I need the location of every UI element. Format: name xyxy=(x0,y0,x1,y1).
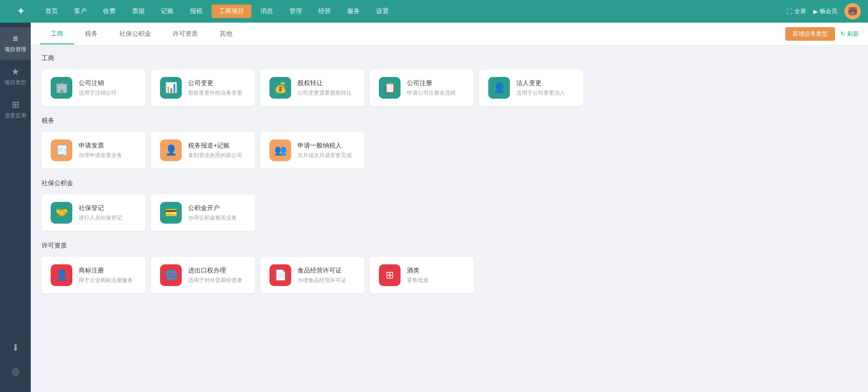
card-title-social-insurance: 社保登记 xyxy=(79,204,137,212)
sidebar-item-location[interactable]: ◎ xyxy=(0,359,31,383)
card-title-company-change: 公司变更 xyxy=(188,79,246,87)
card-icon-import-export: 🌐 xyxy=(160,264,182,286)
card-desc-company-cancel: 适用于注销公司 xyxy=(79,89,137,97)
tabs: 工商 税务 社保公积金 许可资质 其他 xyxy=(40,24,785,44)
sidebar-item-progress[interactable]: ⊞ 进度监测 xyxy=(0,93,31,126)
nav-service[interactable]: 服务 xyxy=(340,5,367,18)
nav-operation[interactable]: 经营 xyxy=(311,5,338,18)
card-general-taxpayer[interactable]: 👥 申请一般纳税人 当月或次月成变更完成 xyxy=(260,132,364,168)
sidebar-item-download[interactable]: ⬇ xyxy=(0,336,31,359)
card-company-change[interactable]: 📊 公司变更 股权变更外的业务变更 xyxy=(151,70,255,106)
card-title-trademark: 商标注册 xyxy=(79,267,137,275)
card-icon-company-register: 📋 xyxy=(379,77,401,99)
top-navigation: ✦ 首页 客户 收费 票据 记账 报税 工商项目 消息 管理 经营 服务 设置 … xyxy=(0,0,868,23)
card-company-register[interactable]: 📋 公司注册 申请公司注册全流程 xyxy=(370,70,474,106)
card-icon-legal-change: 👤 xyxy=(488,77,510,99)
card-company-cancel[interactable]: 🏢 公司注销 适用于注销公司 xyxy=(42,70,146,106)
add-type-button[interactable]: 新增业务类型 xyxy=(785,27,835,41)
card-desc-alcohol: 零售批发 xyxy=(407,277,465,284)
nav-settings[interactable]: 设置 xyxy=(369,5,396,18)
card-alcohol[interactable]: ⊞ 酒类 零售批发 xyxy=(370,257,474,293)
sidebar-bottom: ⬇ ◎ xyxy=(0,336,31,392)
card-equity-transfer[interactable]: 💰 股权转让 公司变更需要股权转让 xyxy=(260,70,364,106)
tab-license[interactable]: 许可资质 xyxy=(162,24,209,44)
section-title-tax: 税务 xyxy=(42,117,857,125)
card-desc-company-change: 股权变更外的业务变更 xyxy=(188,89,246,97)
page-content: 工商 🏢 公司注销 适用于注销公司 📊 公司变更 股权变更外的业务变更 xyxy=(31,45,868,392)
nav-ticket[interactable]: 票据 xyxy=(125,5,152,18)
card-desc-food-license: 办理食品经营许可证 xyxy=(297,277,355,284)
card-icon-social-insurance: 🤝 xyxy=(51,202,72,224)
card-desc-trademark: 用于企业商标注册服务 xyxy=(79,277,137,284)
card-title-food-license: 食品经营许可证 xyxy=(297,267,355,275)
card-icon-equity-transfer: 💰 xyxy=(269,77,291,99)
card-icon-company-cancel: 🏢 xyxy=(51,77,72,99)
cards-grid-social: 🤝 社保登记 进行人员社保登记 💳 公积金开户 办理公积金相关业务 xyxy=(42,195,857,231)
fullscreen-button[interactable]: ⛶ 全屏 xyxy=(787,7,806,15)
nav-tax[interactable]: 报税 xyxy=(183,5,210,18)
nav-manage[interactable]: 管理 xyxy=(282,5,309,18)
nav-message[interactable]: 消息 xyxy=(253,5,280,18)
card-icon-tax-accounting: 👤 xyxy=(160,139,182,161)
section-license: 许可资质 👤 商标注册 用于企业商标注册服务 🌐 进出口权办理 适用于 xyxy=(42,242,857,293)
avatar[interactable]: 🐻 xyxy=(844,3,861,19)
section-tax: 税务 🧾 申请发票 办理申请发票业务 👤 税务报道+记账 拿到营业执照 xyxy=(42,117,857,168)
section-social: 社保公积金 🤝 社保登记 进行人员社保登记 💳 公积金开户 办理公积金 xyxy=(42,179,857,231)
card-desc-equity-transfer: 公司变更需要股权转让 xyxy=(297,89,355,97)
card-title-housing-fund: 公积金开户 xyxy=(188,204,246,212)
card-icon-general-taxpayer: 👥 xyxy=(269,139,291,161)
card-title-general-taxpayer: 申请一般纳税人 xyxy=(297,142,355,150)
tab-tax[interactable]: 税务 xyxy=(74,24,108,44)
section-title-social: 社保公积金 xyxy=(42,179,857,187)
vip-icon: ▶ xyxy=(813,8,818,15)
tab-bar: 工商 税务 社保公积金 许可资质 其他 新增业务类型 ↻ 刷新 xyxy=(31,23,868,45)
card-desc-tax-accounting: 拿到营业执照的新公司 xyxy=(188,152,246,159)
card-invoice[interactable]: 🧾 申请发票 办理申请发票业务 xyxy=(42,132,146,168)
nav-customer[interactable]: 客户 xyxy=(67,5,94,18)
card-social-insurance[interactable]: 🤝 社保登记 进行人员社保登记 xyxy=(42,195,146,231)
project-manage-icon: ≡ xyxy=(13,33,18,44)
vip-button[interactable]: ▶ 畅会员 xyxy=(813,7,837,15)
card-legal-change[interactable]: 👤 法人变更 适用于公司变更法人 xyxy=(479,70,583,106)
card-icon-alcohol: ⊞ xyxy=(379,264,401,286)
refresh-icon: ↻ xyxy=(840,30,845,37)
card-housing-fund[interactable]: 💳 公积金开户 办理公积金相关业务 xyxy=(151,195,255,231)
card-title-legal-change: 法人变更 xyxy=(516,79,574,87)
card-import-export[interactable]: 🌐 进出口权办理 适用于对外贸易经营者 xyxy=(151,257,255,293)
card-desc-import-export: 适用于对外贸易经营者 xyxy=(188,277,246,284)
cards-grid-industry: 🏢 公司注销 适用于注销公司 📊 公司变更 股权变更外的业务变更 xyxy=(42,70,857,106)
tab-social-security[interactable]: 社保公积金 xyxy=(108,24,162,44)
card-title-equity-transfer: 股权转让 xyxy=(297,79,355,87)
section-title-license: 许可资质 xyxy=(42,242,857,250)
refresh-button[interactable]: ↻ 刷新 xyxy=(840,30,859,38)
card-icon-trademark: 👤 xyxy=(51,264,72,286)
nav-menu: 首页 客户 收费 票据 记账 报税 工商项目 消息 管理 经营 服务 设置 xyxy=(38,5,787,18)
card-desc-invoice: 办理申请发票业务 xyxy=(79,152,137,159)
tab-other[interactable]: 其他 xyxy=(209,24,243,44)
section-title-industry: 工商 xyxy=(42,54,857,62)
nav-home[interactable]: 首页 xyxy=(38,5,65,18)
main-layout: ≡ 项目管理 ★ 项目类型 ⊞ 进度监测 ⬇ ◎ 工商 税务 社保公积金 xyxy=(0,23,868,392)
sidebar-item-project-type[interactable]: ★ 项目类型 xyxy=(0,60,31,93)
fullscreen-icon: ⛶ xyxy=(787,8,793,15)
nav-industry[interactable]: 工商项目 xyxy=(212,5,251,18)
card-title-company-register: 公司注册 xyxy=(407,79,465,87)
card-title-company-cancel: 公司注销 xyxy=(79,79,137,87)
sidebar-item-project-manage[interactable]: ≡ 项目管理 xyxy=(0,27,31,60)
card-icon-company-change: 📊 xyxy=(160,77,182,99)
card-trademark[interactable]: 👤 商标注册 用于企业商标注册服务 xyxy=(42,257,146,293)
card-title-tax-accounting: 税务报道+记账 xyxy=(188,142,246,150)
section-industry: 工商 🏢 公司注销 适用于注销公司 📊 公司变更 股权变更外的业务变更 xyxy=(42,54,857,106)
nav-fee[interactable]: 收费 xyxy=(96,5,123,18)
location-icon: ◎ xyxy=(12,366,19,377)
content-area: 工商 税务 社保公积金 许可资质 其他 新增业务类型 ↻ 刷新 工商 xyxy=(31,23,868,392)
nav-right-area: ⛶ 全屏 ▶ 畅会员 🐻 xyxy=(787,3,861,19)
card-desc-housing-fund: 办理公积金相关业务 xyxy=(188,214,246,222)
card-tax-accounting[interactable]: 👤 税务报道+记账 拿到营业执照的新公司 xyxy=(151,132,255,168)
nav-accounting[interactable]: 记账 xyxy=(154,5,181,18)
card-food-license[interactable]: 📄 食品经营许可证 办理食品经营许可证 xyxy=(260,257,364,293)
tab-actions: 新增业务类型 ↻ 刷新 xyxy=(785,27,859,41)
tab-industry[interactable]: 工商 xyxy=(40,24,74,44)
sidebar: ≡ 项目管理 ★ 项目类型 ⊞ 进度监测 ⬇ ◎ xyxy=(0,23,31,392)
logo-icon: ✦ xyxy=(17,5,25,17)
